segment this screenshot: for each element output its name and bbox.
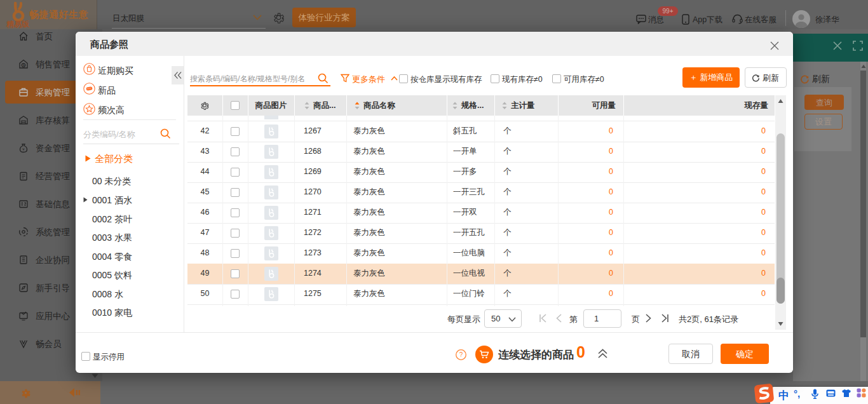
- svg-text:$: $: [22, 63, 24, 67]
- svg-text:¥: ¥: [22, 147, 25, 151]
- svg-text:?: ?: [459, 351, 463, 358]
